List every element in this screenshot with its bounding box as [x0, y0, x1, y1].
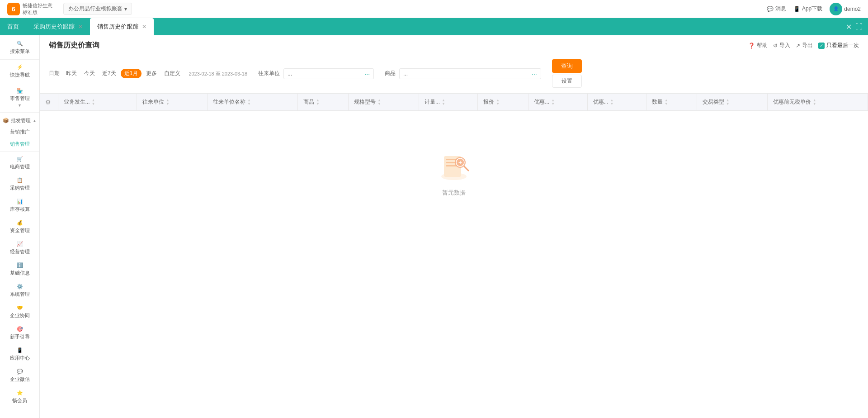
- weixin-icon: 💬: [17, 369, 23, 375]
- sidebar-item-sales-mgmt[interactable]: 销售管理: [0, 138, 39, 150]
- system-icon: ⚙️: [17, 284, 23, 290]
- page-title-row: 销售历史价查询 ❓ 帮助 ↺ 导入 ↗ 导出 ✓: [49, 41, 859, 50]
- partner-dots-btn[interactable]: ···: [364, 70, 370, 77]
- app-selector[interactable]: 办公用品行业模拟账套 ▾: [63, 3, 132, 15]
- purchase-icon: 📋: [17, 177, 23, 183]
- chevron-down-icon: ▾: [124, 6, 127, 12]
- col-trade-type[interactable]: 交易类型 ▲▼: [697, 94, 767, 111]
- sort-icon-quantity: ▲▼: [665, 99, 668, 106]
- app-download-action[interactable]: 📱 App下载: [793, 5, 822, 13]
- partner-filter: 往来单位 ···: [258, 68, 374, 79]
- main-layout: 🔍 搜索菜单 ⚡ 快捷导航 🏪 零售管理 ▼ 📦 批发管理 ▲ 营销推广 销售管…: [0, 35, 868, 418]
- sort-icon-product: ▲▼: [316, 99, 320, 106]
- sidebar-item-purchase[interactable]: 📋 采购管理: [0, 174, 39, 195]
- wholesale-submenu: 营销推广 销售管理: [0, 126, 39, 150]
- sort-icon-discount2: ▲▼: [610, 99, 614, 106]
- sidebar-item-member[interactable]: ⭐ 畅会员: [0, 386, 39, 408]
- page-title: 销售历史价查询: [49, 41, 99, 50]
- date-btn-today[interactable]: 今天: [81, 69, 98, 78]
- sidebar-item-system[interactable]: ⚙️ 系统管理: [0, 280, 39, 301]
- data-table: ⚙ 业务发生... ▲▼ 往来单位 ▲▼: [40, 94, 868, 233]
- table-area: ⚙ 业务发生... ▲▼ 往来单位 ▲▼: [40, 94, 868, 418]
- sidebar-item-app-center[interactable]: 📱 应用中心: [0, 344, 39, 365]
- tab-sales-close[interactable]: ✕: [142, 24, 146, 30]
- sidebar-item-operations[interactable]: 📈 经营管理: [0, 238, 39, 259]
- empty-state-row: 暂元数据: [40, 111, 868, 233]
- date-range-text: 2023-02-18 至 2023-03-18: [189, 71, 247, 77]
- tab-home[interactable]: 首页: [0, 18, 26, 35]
- date-btn-1month[interactable]: 近1月: [121, 69, 142, 78]
- top-bar: 6 畅捷信好生意 标准版 办公用品行业模拟账套 ▾ 💬 消息 📱 App下载 👤…: [0, 0, 868, 18]
- query-button[interactable]: 查询: [552, 59, 582, 73]
- date-btn-more[interactable]: 更多: [143, 69, 160, 78]
- settings-button[interactable]: 设置: [552, 75, 582, 88]
- help-icon: ❓: [748, 43, 755, 49]
- empty-icon: [436, 147, 472, 183]
- shortcut-icon: ⚡: [17, 64, 23, 70]
- sidebar-item-marketing[interactable]: 营销推广: [0, 126, 39, 138]
- tab-purchase-close[interactable]: ✕: [78, 24, 83, 30]
- sidebar-item-search[interactable]: 🔍 搜索菜单: [0, 37, 39, 58]
- product-dots-btn[interactable]: ···: [532, 70, 537, 77]
- sort-icon-trade-type: ▲▼: [726, 99, 730, 106]
- date-btn-7days[interactable]: 近7天: [99, 69, 119, 78]
- sidebar-item-finance[interactable]: 💰 资金管理: [0, 216, 39, 238]
- date-btn-yesterday[interactable]: 昨天: [63, 69, 80, 78]
- logo-text: 畅捷信好生意 标准版: [23, 2, 52, 15]
- col-quantity[interactable]: 数量 ▲▼: [646, 94, 697, 111]
- tab-sales[interactable]: 销售历史价跟踪 ✕: [90, 18, 154, 35]
- col-product[interactable]: 商品 ▲▼: [298, 94, 349, 111]
- sidebar-item-inventory[interactable]: 📊 库存核算: [0, 195, 39, 216]
- member-icon: ⭐: [17, 390, 23, 396]
- sidebar-item-ecommerce[interactable]: 🛒 电商管理: [0, 152, 39, 174]
- empty-state: 暂元数据: [40, 111, 868, 233]
- col-price[interactable]: 报价 ▲▼: [478, 94, 528, 111]
- sidebar-item-guide[interactable]: 🎯 新手引导: [0, 323, 39, 344]
- collaboration-icon: 🤝: [17, 305, 23, 311]
- tab-bar: 首页 采购历史价跟踪 ✕ 销售历史价跟踪 ✕ ✕ ⛶: [0, 18, 868, 35]
- help-btn[interactable]: ❓ 帮助: [748, 42, 768, 49]
- col-discount1[interactable]: 优惠... ▲▼: [528, 94, 587, 111]
- action-buttons: 查询 设置: [552, 59, 582, 88]
- sidebar-group-wholesale: 📦 批发管理 ▲ 营销推广 销售管理: [0, 114, 39, 150]
- col-partner-code[interactable]: 往来单位 ▲▼: [137, 94, 207, 111]
- user-avatar[interactable]: 👤 demo2: [830, 3, 861, 15]
- col-date[interactable]: 业务发生... ▲▼: [58, 94, 137, 111]
- partner-input[interactable]: [288, 71, 363, 77]
- message-action[interactable]: 💬 消息: [767, 5, 786, 13]
- sidebar-item-basic-info[interactable]: ℹ️ 基础信息: [0, 259, 39, 280]
- logo-area: 6 畅捷信好生意 标准版: [7, 2, 52, 15]
- col-unit[interactable]: 计量... ▲▼: [419, 94, 477, 111]
- sort-icon-price: ▲▼: [496, 99, 500, 106]
- tab-close-all-btn[interactable]: ✕: [846, 23, 852, 31]
- date-btn-custom[interactable]: 自定义: [161, 69, 183, 78]
- sidebar-item-shortcut[interactable]: ⚡ 快捷导航: [0, 61, 39, 82]
- col-partner-name[interactable]: 往来单位名称 ▲▼: [207, 94, 297, 111]
- only-last-checkbox[interactable]: ✓: [818, 43, 825, 49]
- col-spec[interactable]: 规格型号 ▲▼: [348, 94, 419, 111]
- import-btn[interactable]: ↺ 导入: [773, 42, 790, 49]
- guide-icon: 🎯: [17, 326, 23, 332]
- export-btn[interactable]: ↗ 导出: [796, 42, 813, 49]
- only-last-checkbox-label[interactable]: ✓ 只看最后一次: [818, 42, 859, 49]
- retail-icon: 🏪: [17, 88, 23, 94]
- svg-rect-4: [446, 165, 457, 166]
- sidebar-item-wholesale[interactable]: 📦 批发管理 ▲: [0, 114, 39, 126]
- tab-purchase[interactable]: 采购历史价跟踪 ✕: [26, 18, 90, 35]
- col-pre-discount-price[interactable]: 优惠前无税单价 ▲▼: [767, 94, 868, 111]
- table-header-row: ⚙ 业务发生... ▲▼ 往来单位 ▲▼: [40, 94, 868, 111]
- avatar: 👤: [830, 3, 842, 15]
- page-header: 销售历史价查询 ❓ 帮助 ↺ 导入 ↗ 导出 ✓: [40, 35, 868, 56]
- ecommerce-icon: 🛒: [17, 156, 23, 162]
- col-discount2[interactable]: 优惠... ▲▼: [587, 94, 646, 111]
- sidebar-item-weixin[interactable]: 💬 企业微信: [0, 365, 39, 386]
- top-bar-left: 6 畅捷信好生意 标准版 办公用品行业模拟账套 ▾: [7, 2, 132, 15]
- product-filter: 商品 ···: [385, 68, 541, 79]
- table-settings-btn[interactable]: ⚙: [45, 99, 51, 106]
- product-input[interactable]: [403, 71, 530, 77]
- sidebar-item-collaboration[interactable]: 🤝 企业协同: [0, 301, 39, 323]
- svg-rect-3: [446, 162, 456, 163]
- sidebar-item-retail[interactable]: 🏪 零售管理 ▼: [0, 84, 39, 111]
- sort-icon-unit: ▲▼: [442, 99, 445, 106]
- tab-expand-btn[interactable]: ⛶: [855, 23, 863, 31]
